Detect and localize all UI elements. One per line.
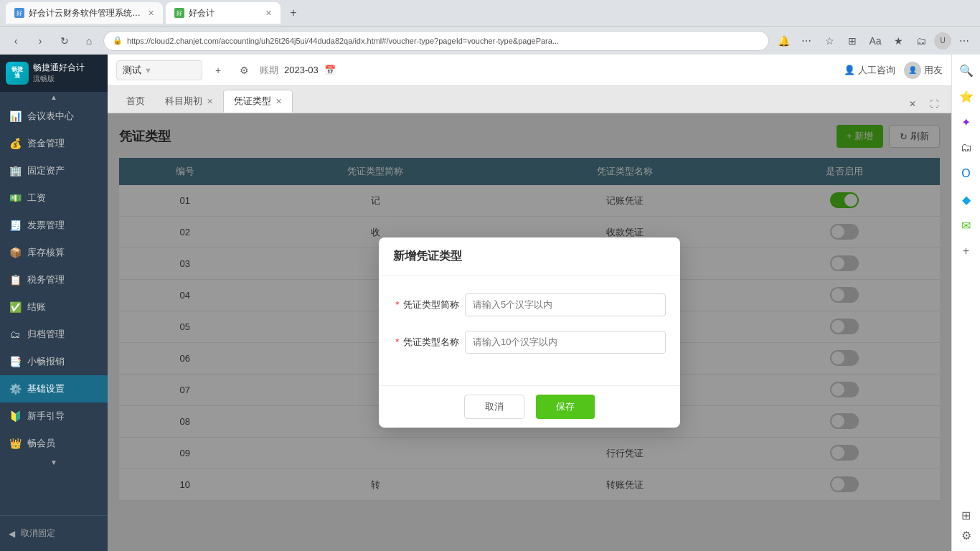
favorites-icon[interactable]: ★: [888, 31, 908, 51]
tab-favicon-1: 好: [14, 8, 24, 18]
main-area: 测试 ▼ + ⚙ 账期 2023-03 📅 👤 人工咨询 👤 用友: [108, 55, 951, 551]
member-icon: 👑: [9, 437, 22, 450]
panel-grid-icon[interactable]: ⊞: [956, 505, 976, 525]
tax-icon: 📋: [9, 273, 22, 286]
sidebar-item-report[interactable]: 📑 小畅报销: [0, 348, 108, 375]
calendar-icon[interactable]: 📅: [324, 65, 336, 75]
cancel-pin-button[interactable]: ◀ 取消固定: [0, 522, 108, 545]
back-button[interactable]: ‹: [6, 31, 26, 51]
short-name-input[interactable]: [465, 293, 666, 316]
workspace-selector[interactable]: 测试 ▼: [116, 60, 202, 80]
browser-menu-icon[interactable]: ⋯: [954, 31, 974, 51]
sidebar-item-assets[interactable]: 🏢 固定资产: [0, 157, 108, 184]
browser-chrome: 好 好会计云财务软件管理系统_会计 ✕ 好 好会计 ✕ +: [0, 0, 980, 26]
workspace-name: 测试: [123, 64, 141, 77]
address-text: https://cloud2.chanjet.com/accounting/uh…: [127, 37, 559, 45]
collections-icon[interactable]: 🗂: [911, 31, 931, 51]
split-view-icon[interactable]: ⊞: [842, 31, 862, 51]
required-star-2: *: [395, 336, 399, 347]
panel-star-icon[interactable]: ⭐: [956, 86, 976, 106]
sidebar-scroll-up[interactable]: ▲: [0, 92, 108, 103]
dashboard-icon: 📊: [9, 110, 22, 123]
tab-subject-close[interactable]: ✕: [207, 97, 213, 106]
address-bar: ‹ › ↻ ⌂ 🔒 https://cloud2.chanjet.com/acc…: [0, 26, 980, 55]
cancel-button[interactable]: 取消: [464, 395, 524, 419]
add-voucher-modal: 新增凭证类型 * 凭证类型简称 * 凭证类型名称: [379, 237, 680, 428]
sidebar-item-member[interactable]: 👑 畅会员: [0, 430, 108, 457]
sidebar-bottom: ◀ 取消固定: [0, 515, 108, 551]
sidebar-item-checkout[interactable]: ✅ 结账: [0, 293, 108, 321]
sidebar-label-invoice: 发票管理: [27, 219, 65, 232]
panel-bottom: ⊞ ⚙: [956, 505, 976, 545]
maximize-panel-button[interactable]: ⛶: [925, 95, 943, 113]
user-label: 用友: [924, 64, 943, 77]
sidebar-label-assets: 固定资产: [27, 164, 65, 177]
salary-icon: 💵: [9, 192, 22, 204]
browser-toolbar: 🔔 ⋯ ☆ ⊞ Aa ★ 🗂 U ⋯: [773, 31, 974, 51]
settings-icon: ⚙️: [9, 382, 22, 395]
tab-voucher-type[interactable]: 凭证类型 ✕: [223, 90, 293, 113]
tab-voucher-close[interactable]: ✕: [275, 97, 282, 106]
guide-icon: 🔰: [9, 410, 22, 423]
invoice-icon: 🧾: [9, 219, 22, 232]
sidebar-scroll-down[interactable]: ▼: [0, 457, 108, 468]
sidebar-label-settings: 基础设置: [27, 382, 65, 395]
sidebar-item-dashboard[interactable]: 📊 会议表中心: [0, 103, 108, 130]
archive-icon: 🗂: [9, 328, 22, 341]
full-name-input[interactable]: [465, 331, 666, 354]
support-button[interactable]: 👤 人工咨询: [844, 64, 895, 77]
user-button[interactable]: 👤 用友: [904, 62, 943, 79]
full-name-label: * 凭证类型名称: [393, 336, 465, 349]
tab-home[interactable]: 首页: [116, 90, 155, 113]
modal-header: 新增凭证类型: [379, 237, 680, 276]
extensions-icon[interactable]: 🔔: [773, 31, 793, 51]
app-title: 畅捷通好合计 流畅版: [33, 62, 85, 84]
more-icon[interactable]: ⋯: [796, 31, 816, 51]
tab-close-2[interactable]: ✕: [265, 9, 272, 18]
tab-close-1[interactable]: ✕: [148, 9, 154, 18]
sidebar-item-invoice[interactable]: 🧾 发票管理: [0, 212, 108, 239]
sidebar-header[interactable]: 畅捷通 畅捷通好合计 流畅版: [0, 55, 108, 92]
app-header: 测试 ▼ + ⚙ 账期 2023-03 📅 👤 人工咨询 👤 用友: [108, 55, 951, 86]
panel-feather-icon[interactable]: ✉: [956, 215, 976, 235]
sidebar-item-guide[interactable]: 🔰 新手引导: [0, 402, 108, 430]
panel-edge-icon[interactable]: ◆: [956, 189, 976, 209]
sidebar-label-dashboard: 会议表中心: [27, 110, 74, 123]
sidebar-label-capital: 资金管理: [27, 137, 65, 150]
browser-tab-active[interactable]: 好 好会计 ✕: [166, 2, 281, 24]
home-button[interactable]: ⌂: [79, 31, 99, 51]
modal-footer: 取消 保存: [379, 385, 680, 428]
browser-tab-inactive[interactable]: 好 好会计云财务软件管理系统_会计 ✕: [6, 2, 163, 24]
panel-outlook-icon[interactable]: O: [956, 164, 976, 184]
pin-icon: ◀: [9, 529, 15, 539]
sidebar-item-salary[interactable]: 💵 工资: [0, 184, 108, 212]
app-name: 畅捷通好合计: [33, 62, 85, 74]
bookmark-icon[interactable]: ☆: [819, 31, 839, 51]
forward-button[interactable]: ›: [30, 31, 50, 51]
page-content: 凭证类型 + 新增 ↻ 刷新 编号 凭证类型简称 凭证类型名称 是否启用: [108, 113, 951, 551]
profile-icon[interactable]: U: [934, 32, 951, 50]
checkout-icon: ✅: [9, 301, 22, 314]
sidebar-item-inventory[interactable]: 📦 库存核算: [0, 239, 108, 266]
panel-settings-icon[interactable]: ⚙: [956, 525, 976, 545]
address-input[interactable]: 🔒 https://cloud2.chanjet.com/accounting/…: [103, 31, 769, 51]
panel-search-icon[interactable]: 🔍: [956, 60, 976, 80]
panel-copilot-icon[interactable]: ✦: [956, 112, 976, 132]
panel-add-icon[interactable]: +: [956, 241, 976, 261]
save-button[interactable]: 保存: [536, 395, 595, 419]
tab-subject[interactable]: 科目期初 ✕: [155, 90, 223, 113]
sidebar-item-tax[interactable]: 📋 税务管理: [0, 266, 108, 293]
sidebar-item-archive[interactable]: 🗂 归档管理: [0, 321, 108, 348]
reading-mode-icon[interactable]: Aa: [865, 31, 885, 51]
sidebar-item-settings[interactable]: ⚙️ 基础设置: [0, 375, 108, 402]
add-workspace-button[interactable]: +: [208, 60, 228, 80]
minimize-panel-button[interactable]: ✕: [904, 95, 921, 113]
sidebar-item-capital[interactable]: 💰 资金管理: [0, 130, 108, 157]
period-label: 账期: [260, 64, 278, 77]
reload-button[interactable]: ↻: [55, 31, 75, 51]
workspace-settings-button[interactable]: ⚙: [234, 60, 254, 80]
form-row-short-name: * 凭证类型简称: [393, 293, 666, 316]
workspace-dropdown-icon: ▼: [144, 66, 152, 75]
new-tab-button[interactable]: +: [283, 3, 303, 23]
panel-collection-icon[interactable]: 🗂: [956, 138, 976, 158]
